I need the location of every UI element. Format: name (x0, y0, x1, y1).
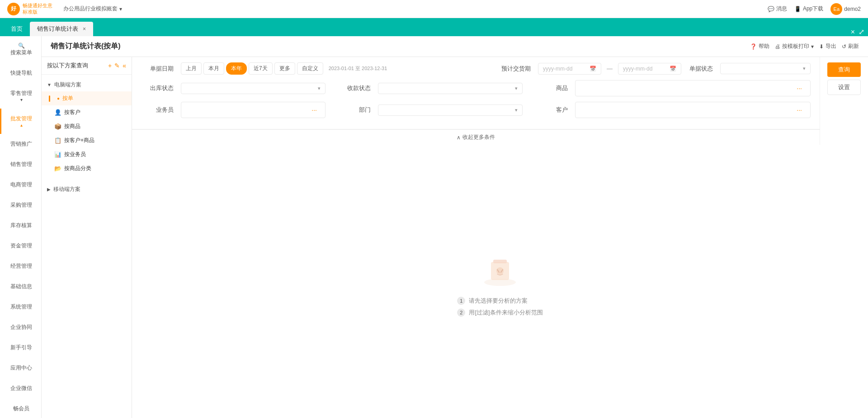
sidebar-item-wechat[interactable]: 企业微信 (0, 378, 41, 399)
shipping-select[interactable]: ▾ (181, 83, 326, 94)
date-btn-7days[interactable]: 近7天 (249, 62, 273, 75)
mobile-section-arrow: ▶ (47, 187, 51, 192)
sidebar-item-search[interactable]: 🔍 搜索菜单 (0, 36, 41, 63)
date-range-text: 2023-01-01 至 2023-12-31 (329, 65, 387, 72)
store-selector[interactable]: 办公用品行业模拟账套 ▾ (63, 5, 122, 13)
refresh-button[interactable]: ↺ 刷新 (842, 43, 859, 50)
scheme-item-by-category[interactable]: 📂 按商品分类 (42, 162, 132, 176)
sidebar-item-wholesale[interactable]: 批发管理 ▴ (0, 109, 41, 134)
scheme-item-by-goods[interactable]: 📦 按商品 (42, 119, 132, 133)
payment-chevron: ▾ (515, 86, 518, 91)
mobile-scheme-section: ▶ 移动端方案 (42, 179, 132, 200)
date-btn-last-month[interactable]: 上月 (181, 62, 202, 75)
calendar-icon: 📅 (590, 66, 596, 72)
date-btn-this-year[interactable]: 本年 (226, 62, 247, 75)
collapse-button[interactable]: ∧ 收起更多条件 (132, 129, 820, 145)
top-bar: 好 畅捷通好生意 标准版 办公用品行业模拟账套 ▾ 💬 消息 📱 App下载 E… (0, 0, 868, 18)
page-actions: ❓ 帮助 🖨 按模板打印 ▾ ⬇ 导出 ↺ 刷新 (750, 43, 859, 56)
customer-more-btn[interactable]: ··· (793, 104, 806, 115)
salesperson-input[interactable]: ··· (181, 102, 326, 118)
message-button[interactable]: 💬 消息 (768, 5, 787, 13)
empty-tip-1: 1 请先选择要分析的方案 (457, 297, 542, 305)
date-btn-custom[interactable]: 自定义 (297, 62, 323, 75)
date-group: 上月 本月 本年 近7天 更多 自定义 2023-01-01 至 2023-12… (181, 62, 490, 75)
goods-more-btn[interactable]: ··· (793, 83, 806, 94)
shipping-label: 出库状态 (141, 84, 177, 92)
edit-scheme-button[interactable]: ✎ (114, 62, 120, 69)
mobile-section-header[interactable]: ▶ 移动端方案 (42, 183, 132, 196)
salesperson-more-btn[interactable]: ··· (308, 104, 321, 115)
maximize-window-icon[interactable]: ⤢ (859, 28, 864, 36)
sidebar-item-purchase[interactable]: 采购管理 (0, 195, 41, 215)
pc-section-header[interactable]: ▼ 电脑端方案 (42, 78, 132, 91)
filter-row-salesperson: 业务员 ··· 部门 ▾ 客户 (141, 102, 811, 118)
close-window-icon[interactable]: × (851, 28, 855, 36)
scheme-item-by-salesperson[interactable]: 📊 按业务员 (42, 147, 132, 162)
status-select[interactable]: ▾ (720, 63, 811, 74)
date-btn-more[interactable]: 更多 (274, 62, 295, 75)
tab-home[interactable]: 首页 (4, 22, 30, 36)
sidebar-item-quicknav[interactable]: 快捷导航 (0, 63, 41, 83)
empty-illustration (477, 246, 523, 291)
scheme-item-by-order[interactable]: ● 按单 (42, 91, 132, 105)
tip-num-1: 1 (457, 297, 465, 305)
app-download-button[interactable]: 📱 App下载 (794, 5, 823, 13)
sidebar-item-finance[interactable]: 资金管理 (0, 236, 41, 256)
sidebar-item-basic[interactable]: 基础信息 (0, 276, 41, 297)
top-bar-left: 好 畅捷通好生意 标准版 办公用品行业模拟账套 ▾ (7, 3, 122, 15)
payment-select[interactable]: ▾ (378, 83, 523, 94)
avatar: Ea (830, 3, 842, 15)
main-layout: 🔍 搜索菜单 快捷导航 零售管理 ▾ 批发管理 ▴ 营销推广 销售管理 电商管理… (0, 36, 868, 418)
sidebar-item-ecom[interactable]: 电商管理 (0, 175, 41, 195)
add-scheme-button[interactable]: + (108, 62, 112, 69)
sidebar-item-retail[interactable]: 零售管理 ▾ (0, 83, 41, 109)
logo-area: 好 畅捷通好生意 标准版 (7, 3, 52, 15)
user-menu-button[interactable]: Ea demo2 (830, 3, 861, 15)
tab-close-button[interactable]: × (83, 26, 86, 32)
status-select-chevron: ▾ (803, 66, 806, 71)
scheme-item-by-customer-goods[interactable]: 📋 按客户+商品 (42, 133, 132, 147)
sidebar-item-newbie[interactable]: 新手引导 (0, 337, 41, 358)
query-button[interactable]: 查询 (827, 62, 861, 77)
customer-label: 客户 (535, 106, 571, 114)
sidebar-item-system[interactable]: 系统管理 (0, 297, 41, 317)
sidebar-item-corp[interactable]: 企业协同 (0, 317, 41, 337)
tab-sales-order-stats[interactable]: 销售订单统计表 × (30, 22, 93, 36)
date-btn-this-month[interactable]: 本月 (203, 62, 224, 75)
customer-input[interactable]: ··· (575, 102, 811, 118)
filter-content: 单据日期 上月 本月 本年 近7天 更多 自定义 2023-01-01 至 20… (132, 57, 820, 129)
goods-input[interactable]: ··· (575, 80, 811, 96)
export-button[interactable]: ⬇ 导出 (819, 43, 836, 50)
page-header: 销售订单统计表(按单) ❓ 帮助 🖨 按模板打印 ▾ ⬇ 导出 ↺ 刷新 (42, 36, 868, 57)
expected-date-to-input[interactable]: yyyy-mm-dd 📅 (618, 63, 681, 75)
sidebar-item-inventory[interactable]: 库存核算 (0, 215, 41, 236)
filter-actions: 查询 设置 (820, 57, 868, 145)
empty-tip-2: 2 用[过滤]条件来缩小分析范围 (457, 309, 542, 317)
chevron-down-icon: ▾ (1, 97, 41, 102)
dept-label: 部门 (338, 106, 374, 114)
sidebar-item-marketing[interactable]: 营销推广 (0, 134, 41, 154)
sidebar-item-sales[interactable]: 销售管理 (0, 154, 41, 175)
print-button[interactable]: 🖨 按模板打印 ▾ (775, 43, 814, 50)
chevron-down-icon: ▾ (119, 6, 122, 12)
svg-point-3 (496, 267, 504, 275)
sidebar-item-member[interactable]: 畅会员 (0, 399, 41, 418)
shipping-chevron: ▾ (318, 86, 321, 91)
customer-goods-scheme-icon: 📋 (54, 137, 61, 144)
top-bar-right: 💬 消息 📱 App下载 Ea demo2 (768, 3, 861, 15)
scheme-panel-header: 按以下方案查询 + ✎ « (42, 57, 132, 75)
scheme-item-by-customer[interactable]: 👤 按客户 (42, 105, 132, 119)
help-icon: ❓ (750, 43, 757, 50)
settings-button[interactable]: 设置 (827, 80, 861, 95)
window-controls: × ⤢ (851, 28, 864, 36)
expected-date-from-input[interactable]: yyyy-mm-dd 📅 (538, 63, 601, 75)
app-icon: 📱 (794, 6, 801, 12)
tip-num-2: 2 (457, 309, 465, 317)
refresh-icon: ↺ (842, 43, 846, 50)
sidebar-item-apps[interactable]: 应用中心 (0, 358, 41, 378)
goods-scheme-icon: 📦 (54, 123, 61, 130)
sidebar-item-ops[interactable]: 经营管理 (0, 256, 41, 276)
collapse-scheme-button[interactable]: « (123, 62, 126, 69)
dept-select[interactable]: ▾ (378, 104, 523, 116)
help-button[interactable]: ❓ 帮助 (750, 43, 769, 50)
